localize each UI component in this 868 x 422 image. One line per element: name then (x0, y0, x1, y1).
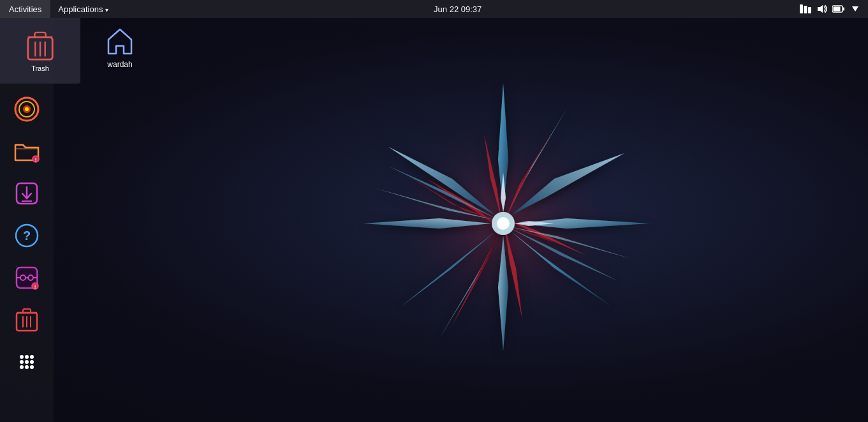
applications-menu[interactable]: Applications (50, 0, 116, 18)
download-icon (14, 181, 40, 209)
trash-label: Trash (31, 64, 49, 72)
svg-rect-30 (808, 7, 811, 13)
help-icon: ? (14, 223, 40, 252)
svg-text:!: ! (35, 157, 37, 163)
svg-marker-31 (818, 5, 823, 13)
svg-rect-57 (23, 309, 31, 313)
desktop-icon-wardah-label: wardah (107, 60, 132, 69)
home-icon (106, 27, 134, 59)
dock-item-folder[interactable]: ! (8, 133, 46, 172)
applications-label: Applications (58, 4, 103, 14)
topbar-datetime: Jun 22 09:37 (116, 4, 799, 14)
dock-trash-area[interactable]: Trash (0, 18, 80, 84)
topbar: Activities Applications Jun 22 09:37 (0, 0, 868, 18)
svg-text:!: ! (34, 284, 36, 290)
dock-item-grid[interactable] (8, 344, 46, 382)
svg-rect-33 (843, 8, 845, 11)
desktop-artwork (325, 57, 682, 391)
trash-icon (25, 30, 55, 64)
dock-item-trash2[interactable] (8, 302, 46, 340)
svg-point-69 (30, 365, 34, 369)
network-icon[interactable] (799, 3, 812, 15)
tray-dropdown-icon[interactable] (849, 3, 862, 15)
svg-rect-29 (804, 6, 807, 13)
volume-icon[interactable] (816, 3, 828, 15)
svg-point-65 (25, 360, 29, 364)
grid-icon (15, 350, 38, 377)
battery-icon[interactable] (832, 3, 845, 15)
svg-point-64 (20, 360, 24, 364)
svg-marker-76 (108, 29, 131, 54)
svg-point-25 (500, 220, 506, 226)
trash2-icon (15, 308, 38, 335)
svg-point-61 (20, 355, 24, 359)
dock-item-control[interactable]: ! (8, 260, 46, 298)
activities-button[interactable]: Activities (0, 0, 50, 18)
svg-rect-34 (834, 7, 841, 11)
dock-item-help[interactable]: ? (8, 218, 46, 256)
applications-chevron-icon (105, 4, 108, 14)
folder-icon: ! (14, 140, 40, 166)
svg-point-67 (20, 365, 24, 369)
desktop-icon-wardah[interactable]: wardah (94, 23, 145, 73)
topbar-tray (799, 3, 868, 15)
control-icon: ! (14, 265, 40, 294)
svg-marker-35 (852, 6, 858, 11)
dock-item-download[interactable] (8, 176, 46, 214)
svg-point-63 (30, 355, 34, 359)
app1-icon (14, 96, 40, 125)
svg-text:?: ? (23, 229, 31, 243)
svg-rect-72 (34, 32, 45, 37)
svg-point-62 (25, 355, 29, 359)
topbar-left: Activities Applications (0, 0, 116, 18)
svg-point-66 (30, 360, 34, 364)
datetime-text: Jun 22 09:37 (434, 4, 482, 14)
svg-rect-28 (800, 4, 803, 13)
svg-point-39 (25, 107, 29, 111)
svg-point-68 (25, 365, 29, 369)
dock-item-app1[interactable] (8, 91, 46, 130)
